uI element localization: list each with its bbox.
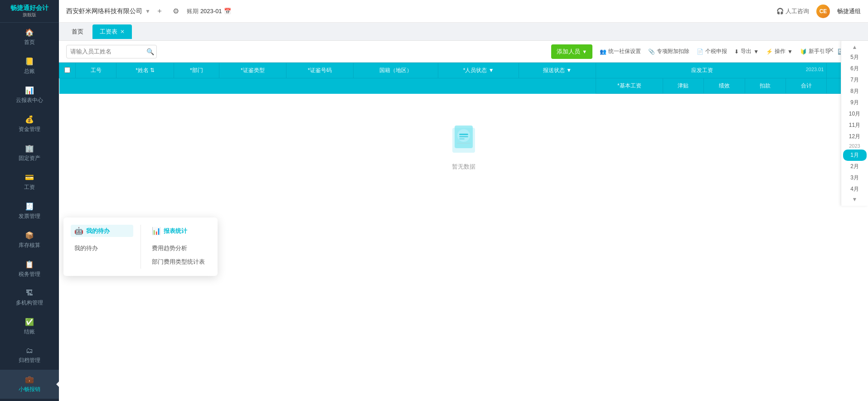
tab-close-icon[interactable]: ✕	[120, 29, 125, 35]
sidebar-item-archive[interactable]: 🗂 归档管理	[0, 341, 59, 370]
search-icon[interactable]: 🔍	[146, 48, 154, 55]
tax-report-action[interactable]: 📄 个税申报	[693, 44, 731, 59]
month-item-11[interactable]: 11月	[843, 120, 867, 131]
logo-sub: 旗舰版	[23, 12, 36, 18]
col-nationality: 国籍（地区）	[353, 63, 438, 78]
tax-icon: 📋	[25, 260, 34, 269]
operations-icon: ⚡	[766, 48, 773, 55]
select-all-checkbox[interactable]	[64, 67, 70, 73]
tabs-bar: 首页 工资表 ✕	[59, 23, 868, 41]
period-label: 账期	[187, 7, 199, 15]
col-salary-group: 应发工资 2023.01	[596, 63, 827, 78]
empty-state: 暂无数据	[59, 94, 868, 198]
col-spacer	[59, 78, 596, 94]
social-security-label: 统一社保设置	[608, 48, 641, 55]
sidebar-item-basic-settings[interactable]: ⚙ 基础设置	[0, 399, 59, 401]
company-selector[interactable]: 西安虾米网络科技有限公司 ▼	[66, 7, 150, 15]
popup-item-dept-cost[interactable]: 部门费用类型统计表	[148, 255, 211, 269]
sidebar-item-fixed-asset[interactable]: 🏢 固定资产	[0, 139, 59, 168]
month-item-2[interactable]: 2月	[843, 161, 867, 172]
month-item-5[interactable]: 5月	[843, 52, 867, 63]
user-name[interactable]: 畅捷通组	[837, 7, 861, 15]
month-item-8[interactable]: 8月	[843, 86, 867, 97]
month-panel: ▲ 5月 6月 7月 8月 9月 10月 11月 12月 2023 1月 2月 …	[841, 41, 868, 206]
sidebar-item-multi-org[interactable]: 🏗 多机构管理	[0, 284, 59, 312]
sidebar-item-tax[interactable]: 📋 税务管理	[0, 255, 59, 284]
report-title-label: 报表统计	[164, 227, 187, 235]
month-up-button[interactable]: ▲	[849, 43, 861, 52]
sidebar-item-settlement[interactable]: ✅ 结账	[0, 312, 59, 341]
checkbox-th[interactable]	[59, 63, 76, 78]
col-allowance: 津贴	[663, 78, 703, 94]
month-item-1[interactable]: 1月	[843, 150, 867, 161]
top-bar-actions: ＋ ⚙	[154, 6, 181, 17]
special-deduct-icon: 📎	[648, 48, 655, 55]
empty-text: 暂无数据	[452, 163, 475, 171]
settings-icon[interactable]: ⚙	[170, 6, 181, 17]
sidebar-label-tax: 税务管理	[19, 271, 40, 278]
operations-arrow-icon: ▼	[787, 48, 793, 55]
month-item-7[interactable]: 7月	[843, 74, 867, 86]
svg-rect-5	[459, 138, 465, 140]
guide-btn-icon: 🔰	[800, 48, 807, 55]
special-deduct-action[interactable]: 📎 专项附加扣除	[645, 44, 693, 59]
tab-home-label: 首页	[72, 28, 83, 36]
company-name: 西安虾米网络科技有限公司	[66, 7, 142, 15]
add-company-button[interactable]: ＋	[154, 6, 165, 17]
popup-report-title[interactable]: 📊 报表统计	[148, 225, 211, 237]
sidebar-label-home: 首页	[24, 39, 35, 46]
export-action[interactable]: ⬇ 导出 ▼	[731, 44, 762, 59]
employee-search-input[interactable]	[70, 48, 146, 55]
ledger-icon: 📒	[25, 57, 34, 66]
sidebar-label-ledger: 总账	[24, 68, 35, 75]
sidebar-item-invoice[interactable]: 🧾 发票管理	[0, 197, 59, 226]
sidebar-label-xiaochang: 小畅报销	[19, 386, 40, 393]
month-item-9[interactable]: 9月	[843, 97, 867, 108]
month-down-button[interactable]: ▼	[849, 195, 861, 204]
month-item-4[interactable]: 4月	[843, 184, 867, 195]
salary-icon: 💳	[25, 173, 34, 182]
top-bar-right: 🎧 人工咨询 CE 畅捷通组	[776, 5, 861, 18]
archive-icon: 🗂	[26, 347, 33, 355]
add-person-button[interactable]: 添加人员 ▼	[551, 44, 592, 59]
sidebar-item-inventory[interactable]: 📦 库存核算	[0, 226, 59, 255]
month-item-6[interactable]: 6月	[843, 63, 867, 74]
svg-rect-3	[459, 134, 468, 135]
sidebar-label-inventory: 库存核算	[19, 242, 40, 249]
popup-item-my-todo[interactable]: 我的待办	[71, 242, 133, 255]
popup-item-cost-trend[interactable]: 费用趋势分析	[148, 242, 211, 255]
company-dropdown-icon: ▼	[145, 8, 150, 14]
operations-action[interactable]: ⚡ 操作 ▼	[762, 44, 796, 59]
sidebar-item-xiaochang[interactable]: 💼 小畅报销	[0, 370, 59, 399]
add-person-label: 添加人员	[557, 48, 580, 56]
inventory-icon: 📦	[25, 231, 34, 240]
col-id-type: *证鉴类型	[219, 63, 286, 78]
main-area: 西安虾米网络科技有限公司 ▼ ＋ ⚙ 账期 2023-01 📅 🎧 人工咨询 C…	[59, 0, 868, 401]
sidebar-label-fixed-asset: 固定资产	[19, 155, 40, 162]
fixed-asset-icon: 🏢	[25, 144, 34, 153]
tab-salary-table[interactable]: 工资表 ✕	[92, 24, 132, 39]
close-panel-button[interactable]: ✕	[825, 44, 836, 55]
tax-report-label: 个税申报	[705, 48, 727, 55]
sidebar-item-home[interactable]: 🏠 首页	[0, 23, 59, 52]
year-2023-label: 2023	[849, 142, 860, 150]
month-item-12[interactable]: 12月	[843, 131, 867, 142]
tab-home[interactable]: 首页	[64, 24, 91, 39]
month-item-10[interactable]: 10月	[843, 108, 867, 120]
customer-service-button[interactable]: 🎧 人工咨询	[776, 7, 809, 15]
sidebar-item-fund[interactable]: 💰 资金管理	[0, 110, 59, 139]
sidebar-item-cloud-report[interactable]: 📊 云报表中心	[0, 81, 59, 110]
col-base-salary: *基本工资	[596, 78, 663, 94]
sidebar: 畅捷通好会计 旗舰版 🏠 首页 📒 总账 📊 云报表中心 💰 资金管理	[0, 0, 59, 401]
calendar-icon[interactable]: 📅	[224, 8, 231, 14]
social-security-action[interactable]: 👥 统一社保设置	[596, 44, 645, 59]
sidebar-item-salary[interactable]: 💳 工资	[0, 168, 59, 197]
sidebar-label-archive: 归档管理	[19, 357, 40, 364]
sidebar-label-fund: 资金管理	[19, 126, 40, 133]
sidebar-item-ledger[interactable]: 📒 总账	[0, 52, 59, 81]
month-item-3[interactable]: 3月	[843, 172, 867, 184]
popup-todo-title[interactable]: 🤖 我的待办	[71, 225, 133, 237]
col-performance: 绩效	[704, 78, 745, 94]
report-icon: 📊	[152, 227, 161, 235]
sidebar-label-salary: 工资	[24, 184, 35, 191]
